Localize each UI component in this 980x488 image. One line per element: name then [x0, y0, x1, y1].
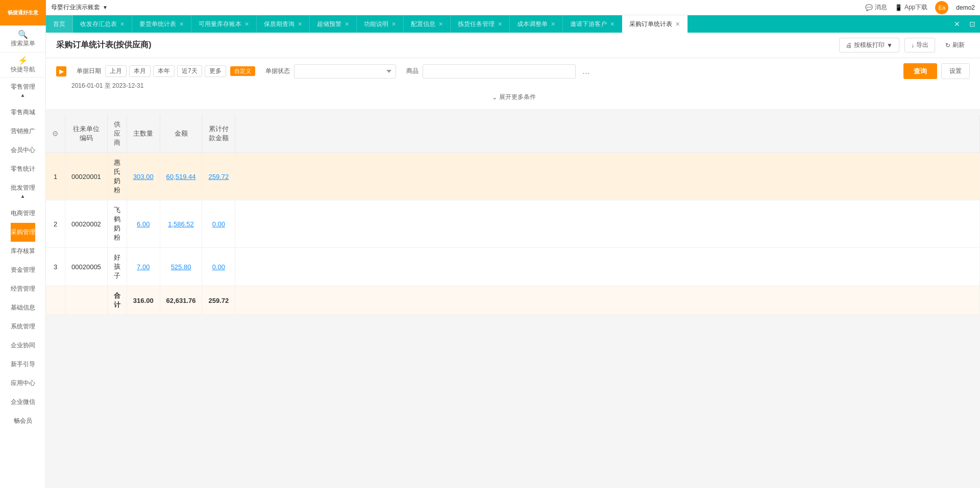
cell-paid[interactable]: 0.00 — [202, 248, 235, 286]
sidebar-item-retail-mgmt[interactable]: 零售管理▲ — [11, 78, 35, 103]
sidebar-item-new-guide[interactable]: 新手引导 — [11, 355, 35, 374]
sidebar-item-member[interactable]: 会员中心 — [11, 141, 35, 160]
cell-extra — [235, 153, 980, 200]
query-button[interactable]: 查询 — [903, 63, 937, 79]
tab-pick-task-close[interactable]: ✕ — [498, 21, 502, 28]
settings-button[interactable]: 设置 — [941, 63, 970, 79]
export-label: 导出 — [916, 41, 928, 49]
cell-supplier: 好孩子 — [107, 248, 127, 286]
expand-more-button[interactable]: ⌄ 展开更多条件 — [56, 90, 970, 104]
tab-invite-downstream-close[interactable]: ✕ — [610, 21, 615, 28]
date-7days-button[interactable]: 近7天 — [177, 65, 202, 77]
goods-filter-input[interactable] — [423, 64, 576, 79]
tab-usable-stock[interactable]: 可用量库存账本 ✕ — [191, 15, 257, 33]
cell-amount[interactable]: 60,519.44 — [160, 153, 202, 200]
tab-home[interactable]: 首页 — [46, 15, 73, 33]
app-download-button[interactable]: 📱 App下载 — [895, 3, 927, 12]
sidebar-item-ecommerce[interactable]: 电商管理 — [11, 204, 35, 223]
sidebar-item-enterprise-wechat[interactable]: 企业微信 — [11, 393, 35, 412]
sidebar-item-retail-shop[interactable]: 零售商城 — [11, 103, 35, 122]
tab-purchase-stat[interactable]: 采购订单统计表 ✕ — [622, 15, 688, 33]
cell-amount[interactable]: 525.80 — [160, 248, 202, 286]
print-button[interactable]: 🖨 按模板打印 ▼ — [839, 38, 899, 53]
tab-cost-adjust[interactable]: 成本调整单 ✕ — [510, 15, 563, 33]
tab-usable-stock-label: 可用量库存账本 — [199, 20, 241, 29]
cell-code: 00020005 — [65, 248, 108, 286]
sidebar-item-marketing[interactable]: 营销推广 — [11, 122, 35, 141]
date-filter-label: 单据日期 — [77, 67, 101, 75]
summary-label: 合计 — [107, 286, 127, 315]
date-this-month-button[interactable]: 本月 — [129, 65, 151, 77]
date-more-button[interactable]: 更多 — [205, 65, 226, 77]
export-icon: ↓ — [911, 42, 914, 49]
tab-close-all-button[interactable]: ✕ — [949, 15, 965, 33]
cell-qty[interactable]: 6.00 — [127, 200, 160, 248]
tab-shelf-life[interactable]: 保质期查询 ✕ — [257, 15, 310, 33]
gear-icon[interactable]: ⚙ — [52, 130, 59, 138]
tab-shelf-life-close[interactable]: ✕ — [298, 21, 302, 28]
sidebar-item-retail-stat[interactable]: 零售统计 — [11, 160, 35, 178]
tab-receive-send-close[interactable]: ✕ — [120, 21, 125, 28]
sidebar-item-basic-info[interactable]: 基础信息 — [11, 298, 35, 317]
sidebar-item-ops-mgmt[interactable]: 经营管理 — [11, 279, 35, 298]
date-filter-field: 单据日期 上月 本月 本年 近7天 更多 自定义 — [77, 65, 255, 77]
cell-paid[interactable]: 0.00 — [202, 200, 235, 248]
tab-cost-adjust-close[interactable]: ✕ — [551, 21, 555, 28]
sidebar-item-app-center[interactable]: 应用中心 — [11, 374, 35, 393]
sidebar-item-finance-label: 资金管理 — [11, 266, 35, 274]
tab-pick-task[interactable]: 拣货任务管理 ✕ — [451, 15, 510, 33]
cell-qty[interactable]: 7.00 — [127, 248, 160, 286]
sidebar-item-marketing-label: 营销推广 — [11, 127, 35, 136]
tab-over-stock[interactable]: 超储预警 ✕ — [310, 15, 357, 33]
date-last-month-button[interactable]: 上月 — [105, 65, 127, 77]
sidebar-item-wholesale-mgmt[interactable]: 批发管理▲ — [11, 178, 35, 204]
page-actions: 🖨 按模板打印 ▼ ↓ 导出 ↻ 刷新 — [839, 38, 970, 53]
tab-usable-stock-close[interactable]: ✕ — [244, 21, 249, 28]
filter-row-main: ▶ 单据日期 上月 本月 本年 近7天 更多 自定义 单据状态 — [56, 63, 970, 79]
table-row: 2 00020002 飞鹤奶粉 6.00 1,586.52 0.00 — [46, 200, 980, 248]
summary-empty-1 — [46, 286, 65, 315]
sidebar-item-quick-nav-label: 快捷导航 — [0, 65, 45, 74]
message-button[interactable]: 💬 消息 — [865, 3, 887, 12]
date-this-year-button[interactable]: 本年 — [153, 65, 175, 77]
export-button[interactable]: ↓ 导出 — [904, 38, 935, 53]
col-extra — [235, 115, 980, 153]
sidebar-item-retail-shop-label: 零售商城 — [11, 108, 35, 117]
cell-paid[interactable]: 259.72 — [202, 153, 235, 200]
message-icon: 💬 — [865, 4, 873, 11]
username-label[interactable]: demo2 — [956, 4, 975, 11]
sidebar-item-quick-nav[interactable]: ⚡ 快捷导航 — [0, 53, 45, 78]
tab-config-info[interactable]: 配置信息 ✕ — [404, 15, 451, 33]
tab-goods-stat-close[interactable]: ✕ — [179, 21, 184, 28]
print-arrow-icon: ▼ — [887, 42, 893, 49]
sidebar-item-purchase-mgmt[interactable]: 采购管理 — [11, 223, 35, 242]
tab-expand-button[interactable]: ⊡ — [965, 15, 980, 33]
sidebar-item-sys-mgmt[interactable]: 系统管理 — [11, 317, 35, 336]
filter-toggle-button[interactable]: ▶ — [56, 66, 66, 76]
sidebar-item-vip[interactable]: 畅会员 — [11, 412, 35, 430]
col-amount: 金额 — [160, 115, 202, 153]
tab-purchase-stat-close[interactable]: ✕ — [675, 21, 680, 28]
cell-qty[interactable]: 303.00 — [127, 153, 160, 200]
sidebar-item-finance[interactable]: 资金管理 — [11, 261, 35, 279]
sidebar-item-enterprise-collab[interactable]: 企业协同 — [11, 336, 35, 355]
tab-func-desc[interactable]: 功能说明 ✕ — [357, 15, 404, 33]
tab-receive-send[interactable]: 收发存汇总表 ✕ — [73, 15, 132, 33]
status-filter-select[interactable] — [294, 64, 396, 79]
filter-dots[interactable]: ... — [582, 66, 590, 76]
summary-empty-2 — [65, 286, 108, 315]
tab-goods-stat[interactable]: 要货单统计表 ✕ — [132, 15, 191, 33]
cell-amount[interactable]: 1,586.52 — [160, 200, 202, 248]
tab-over-stock-close[interactable]: ✕ — [345, 21, 349, 28]
sidebar-item-stock-check[interactable]: 库存核算 — [11, 242, 35, 261]
tab-goods-stat-label: 要货单统计表 — [139, 20, 176, 29]
sidebar-item-enterprise-wechat-label: 企业微信 — [11, 398, 35, 406]
sidebar-item-search[interactable]: 🔍 搜索菜单 — [0, 25, 45, 53]
summary-empty-3 — [235, 286, 980, 315]
refresh-button[interactable]: ↻ 刷新 — [940, 38, 970, 52]
tab-config-info-close[interactable]: ✕ — [438, 21, 443, 28]
col-gear: ⚙ — [46, 115, 65, 153]
workspace-selector[interactable]: 母婴行业演示账套 ▼ — [51, 3, 108, 12]
tab-invite-downstream[interactable]: 邀请下游客户 ✕ — [563, 15, 622, 33]
tab-func-desc-close[interactable]: ✕ — [391, 21, 396, 28]
